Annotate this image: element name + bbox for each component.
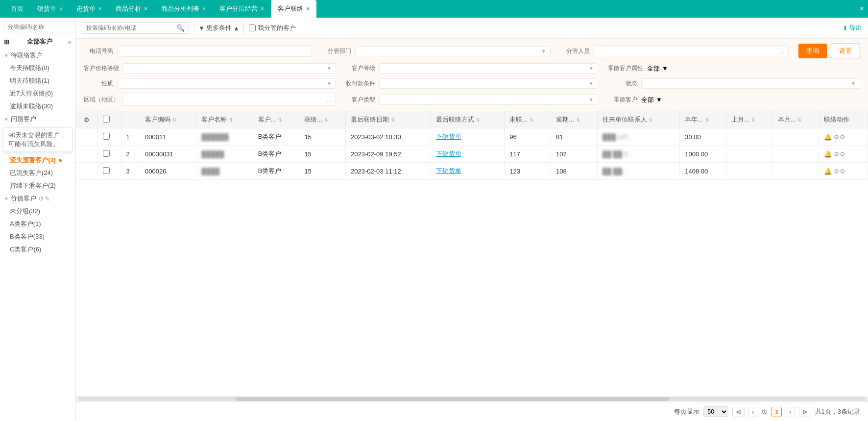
th-this-month[interactable]: 本月... ⇅	[772, 111, 819, 128]
my-customers-checkbox[interactable]	[249, 25, 256, 31]
filter-price-level-select[interactable]: ▼	[123, 63, 336, 74]
sidebar-collapse-btn[interactable]: «	[68, 38, 72, 46]
row1-name[interactable]: ██████	[196, 128, 253, 146]
row2-action[interactable]: 🔔 ⚙⚙	[819, 146, 868, 163]
row2-checkbox-input[interactable]	[103, 150, 110, 157]
filter-manager-select[interactable]: ...	[594, 45, 789, 57]
filter-customer-level-select[interactable]: ▼	[379, 63, 598, 74]
th-name[interactable]: 客户名称 ⇅	[196, 111, 253, 128]
horizontal-scrollbar[interactable]	[76, 396, 868, 402]
sidebar-all-customers[interactable]: ⊞ 全部客户 «	[0, 34, 75, 49]
th-code[interactable]: 客户编码 ⇅	[140, 111, 196, 128]
row1-code[interactable]: 000011	[140, 128, 196, 146]
row1-overdue: 81	[551, 128, 598, 146]
filter-customer-type-select[interactable]: ▼	[379, 95, 598, 105]
settings-button[interactable]: 设置	[831, 44, 860, 58]
sidebar-group-problem[interactable]: ▼ 问题客户	[0, 113, 75, 125]
row2-name[interactable]: █████	[196, 146, 253, 163]
th-type[interactable]: 客户... ⇅	[253, 111, 299, 128]
sidebar-search-input[interactable]	[4, 22, 76, 32]
row2-code[interactable]: 00030031	[140, 146, 196, 163]
sidebar-item-today[interactable]: 今天待联络(0)	[0, 62, 75, 74]
tab-close-analysis-list[interactable]: ×	[202, 5, 206, 12]
sidebar-group-pending[interactable]: ▼ 待联络客户	[0, 49, 75, 62]
sidebar-item-overdue[interactable]: 逾期未联络(30)	[0, 100, 75, 113]
tab-analysis-list[interactable]: 商品分析列表 ×	[154, 0, 213, 18]
th-unit-contact[interactable]: 往来单位联系人 ⇅	[597, 111, 680, 128]
sidebar-item-a-class[interactable]: A类客户(1)	[0, 218, 75, 230]
row1-action[interactable]: 🔔 ⚙⚙	[819, 128, 868, 146]
query-button[interactable]: 查询	[798, 44, 827, 58]
th-uncontacted[interactable]: 未联... ⇅	[505, 111, 551, 128]
tab-close-customer-segment[interactable]: ×	[261, 5, 264, 12]
search-input[interactable]	[86, 25, 174, 31]
filter-phone-input[interactable]	[117, 45, 312, 57]
next-page-button[interactable]: ›	[786, 407, 795, 417]
main-layout: 🔍 ⊞ 全部客户 « ▼ 待联络客户 今天待联络(0) 明天待联络(1) 近7天…	[0, 18, 868, 421]
sidebar-item-b-class[interactable]: B类客户(33)	[0, 230, 75, 243]
row1-last-method[interactable]: 下销货单	[431, 128, 505, 146]
row3-action[interactable]: 🔔 ⚙⚙	[819, 163, 868, 180]
tab-sales[interactable]: 销货单 ×	[30, 0, 70, 18]
window-close-button[interactable]: ×	[860, 4, 864, 13]
row1-checkbox-input[interactable]	[103, 133, 110, 140]
row1-last-month	[726, 128, 772, 146]
refresh-icon[interactable]: ↺	[38, 195, 44, 202]
tab-close-sales[interactable]: ×	[59, 5, 63, 12]
th-checkbox[interactable]	[97, 111, 121, 128]
th-this-year[interactable]: 本年... ⇅	[680, 111, 726, 128]
tab-purchase[interactable]: 进货单 ×	[70, 0, 109, 18]
last-page-button[interactable]: ⊳	[799, 407, 811, 417]
per-page-select[interactable]: 50 20 100	[703, 406, 728, 417]
filter-scattered-customer-select[interactable]: 全部 ▼	[641, 96, 662, 104]
filter-region-select[interactable]: ...	[123, 94, 336, 106]
row2-last-method[interactable]: 下销货单	[431, 146, 505, 163]
tab-customer-contact[interactable]: 客户联络 ×	[271, 0, 316, 18]
filter-nature-select[interactable]: ▼	[117, 78, 336, 89]
sidebar-item-declining[interactable]: 持续下滑客户(2)	[0, 179, 75, 192]
th-last-month[interactable]: 上月... ⇅	[726, 111, 772, 128]
tab-close-customer-contact[interactable]: ×	[306, 5, 310, 12]
select-all-checkbox[interactable]	[103, 116, 110, 123]
search-icon[interactable]: 🔍	[176, 24, 185, 32]
th-gear[interactable]: ⚙	[76, 111, 97, 128]
row2-checkbox[interactable]	[97, 146, 121, 163]
edit-icon[interactable]: ✎	[45, 195, 50, 202]
first-page-button[interactable]: ⊲	[732, 407, 745, 417]
th-overdue[interactable]: 逾期... ⇅	[551, 111, 598, 128]
table-header-row: ⚙ 客户编码 ⇅ 客户名称 ⇅ 客户... ⇅	[76, 111, 868, 128]
row3-checkbox-input[interactable]	[103, 167, 110, 174]
my-customers-checkbox-label[interactable]: 我分管的客户	[249, 24, 296, 32]
more-conditions-button[interactable]: ▼ 更多条件 ▲	[194, 22, 244, 34]
scroll-thumb[interactable]	[236, 397, 669, 401]
th-contact[interactable]: 联络... ⇅	[299, 111, 346, 128]
sidebar-item-ungroup[interactable]: 未分组(32)	[0, 205, 75, 218]
row3-last-method[interactable]: 下销货单	[431, 163, 505, 180]
tab-close-analysis[interactable]: ×	[144, 5, 147, 12]
sidebar-item-c-class[interactable]: C类客户(6)	[0, 243, 75, 256]
sidebar-item-churn-warning[interactable]: 流失预警客户(3) ●	[0, 154, 75, 167]
filter-payment-terms-select[interactable]: ▼	[379, 78, 598, 89]
table-body: 1 000011 ██████ B类客户 15 2023-03-02 10:30…	[76, 128, 868, 180]
tab-customer-segment[interactable]: 客户分层经营 ×	[213, 0, 271, 18]
row3-checkbox[interactable]	[97, 163, 121, 180]
th-last-method[interactable]: 最后联络方式 ⇅	[431, 111, 505, 128]
row1-checkbox[interactable]	[97, 128, 121, 146]
export-button[interactable]: ⬆ 导出	[843, 24, 862, 32]
filter-icon: ▼	[198, 25, 205, 32]
tab-analysis[interactable]: 商品分析 ×	[109, 0, 154, 18]
sidebar-item-7days[interactable]: 近7天待联络(0)	[0, 87, 75, 100]
row3-last-date: 2023-02-03 11:12:	[346, 163, 431, 180]
sidebar-group-value[interactable]: ▼ 价值客户 ↺ ✎	[0, 192, 75, 205]
tab-home[interactable]: 首页	[4, 0, 30, 18]
sidebar-item-churned[interactable]: 已流失客户(24)	[0, 167, 75, 179]
filter-scattered-attr-select[interactable]: 全部 ▼	[647, 64, 668, 73]
sidebar-item-tomorrow[interactable]: 明天待联络(1)	[0, 74, 75, 87]
filter-status-select[interactable]: ▼	[641, 78, 860, 89]
filter-dept-select[interactable]: ▼	[355, 46, 550, 56]
tab-close-purchase[interactable]: ×	[98, 5, 102, 12]
row3-code[interactable]: 000026	[140, 163, 196, 180]
prev-page-button[interactable]: ‹	[748, 407, 757, 417]
row3-name[interactable]: ████	[196, 163, 253, 180]
th-last-date[interactable]: 最后联络日期 ⇅	[346, 111, 431, 128]
